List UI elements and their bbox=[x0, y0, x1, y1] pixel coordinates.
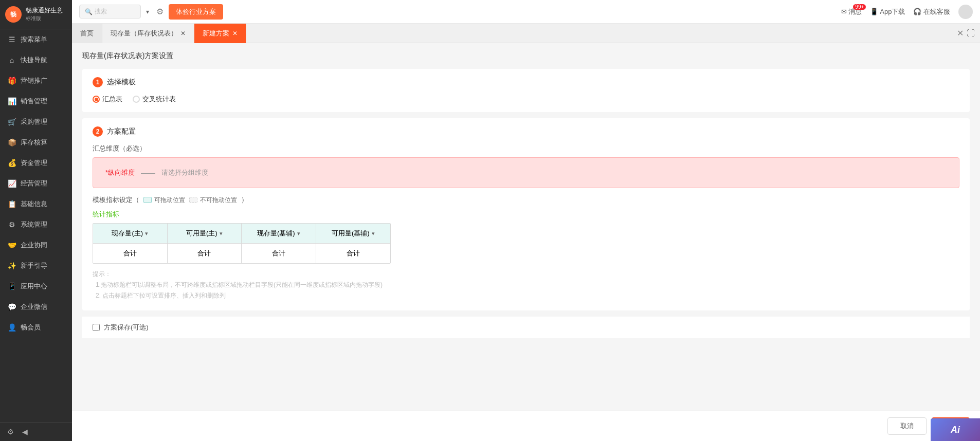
sidebar-item-marketing[interactable]: 🎁 营销推广 bbox=[0, 70, 72, 91]
sidebar-item-purchase[interactable]: 🛒 采购管理 bbox=[0, 112, 72, 132]
stats-header-col3[interactable]: 现存量(基辅) ▾ bbox=[242, 224, 316, 243]
dimension-placeholder[interactable]: 请选择分组维度 bbox=[161, 168, 208, 177]
settings-icon[interactable]: ⚙ bbox=[7, 428, 14, 436]
stats-body-col3: 合计 bbox=[242, 243, 316, 263]
tabbar-actions: ✕ ⛶ bbox=[957, 28, 980, 38]
tab-new-scheme[interactable]: 新建方案 ✕ bbox=[194, 24, 246, 43]
sidebar-nav: ☰ 搜索菜单 ⌂ 快捷导航 🎁 营销推广 📊 销售管理 🛒 采购管理 📦 库存核… bbox=[0, 29, 72, 422]
cooperation-icon: 🤝 bbox=[7, 241, 16, 250]
sidebar-item-member[interactable]: 👤 畅会员 bbox=[0, 317, 72, 338]
dimension-box: *纵向维度 —— 请选择分组维度 bbox=[93, 157, 959, 188]
sidebar-item-new-guide[interactable]: ✨ 新手引导 bbox=[0, 255, 72, 276]
hint1: 1.拖动标题栏可以调整布局，不可跨维度或指标区域拖动栏目字段(只能在同一维度或指… bbox=[93, 281, 959, 289]
col2-dropdown-icon[interactable]: ▾ bbox=[220, 230, 223, 237]
quick-nav-icon: ⌂ bbox=[7, 56, 16, 65]
wechat-icon: 💬 bbox=[7, 302, 16, 311]
topbar-right: ✉ 消息 99+ 📱 App下载 🎧 在线客服 bbox=[841, 5, 973, 19]
sidebar-item-inventory[interactable]: 📦 库存核算 bbox=[0, 132, 72, 153]
collapse-icon[interactable]: ◀ bbox=[22, 428, 28, 436]
tabbar: 首页 现存量（库存状况表） ✕ 新建方案 ✕ ✕ ⛶ bbox=[72, 24, 980, 43]
app-download-link[interactable]: 📱 App下载 bbox=[870, 7, 905, 16]
step1-badge: 1 bbox=[93, 77, 103, 87]
stats-label: 统计指标 bbox=[93, 210, 959, 219]
fixed-indicator-box bbox=[189, 197, 197, 203]
cancel-button[interactable]: 取消 bbox=[887, 417, 927, 435]
section2-title: 方案配置 bbox=[107, 127, 136, 136]
hint2: 2. 点击标题栏下拉可设置排序、插入列和删除列 bbox=[93, 291, 959, 300]
finance-icon: 💰 bbox=[7, 158, 16, 168]
user-avatar[interactable] bbox=[958, 5, 973, 19]
sidebar-item-sales[interactable]: 📊 销售管理 bbox=[0, 91, 72, 112]
dimension-required: *纵向维度 bbox=[105, 168, 135, 177]
stats-table-body: 合计 合计 合计 合计 bbox=[93, 243, 390, 263]
stats-table-header: 现存量(主) ▾ 可用量(主) ▾ 现存量(基辅) ▾ 可用量(基辅) bbox=[93, 224, 390, 243]
section-scheme-config: 2 方案配置 汇总维度（必选） *纵向维度 —— 请选择分组维度 模板指标设定（… bbox=[82, 118, 970, 310]
stats-header-col2[interactable]: 可用量(主) ▾ bbox=[168, 224, 242, 243]
headset-icon: 🎧 bbox=[913, 8, 921, 15]
expand-tab-icon[interactable]: ⛶ bbox=[967, 29, 975, 38]
sidebar: 畅 畅康通好生意 标准版 ☰ 搜索菜单 ⌂ 快捷导航 🎁 营销推广 📊 销售管理… bbox=[0, 0, 72, 441]
inventory-icon: 📦 bbox=[7, 138, 16, 147]
save-checkbox[interactable] bbox=[93, 324, 100, 331]
tab-close-inventory[interactable]: ✕ bbox=[180, 30, 186, 37]
sidebar-bottom: ⚙ ◀ bbox=[0, 422, 72, 441]
radio-circle-summary bbox=[93, 96, 100, 103]
col3-dropdown-icon[interactable]: ▾ bbox=[297, 230, 300, 237]
message-icon: ✉ bbox=[841, 8, 847, 15]
trial-button[interactable]: 体验行业方案 bbox=[169, 4, 223, 20]
section-choose-template: 1 选择模板 汇总表 交叉统计表 bbox=[82, 69, 970, 112]
sidebar-item-operations[interactable]: 📈 经营管理 bbox=[0, 173, 72, 194]
legend-draggable: 可拖动位置 bbox=[143, 196, 185, 205]
tab-home[interactable]: 首页 bbox=[72, 24, 102, 43]
col4-dropdown-icon[interactable]: ▾ bbox=[372, 230, 375, 237]
basic-info-icon: 📋 bbox=[7, 199, 16, 209]
step2-badge: 2 bbox=[93, 126, 103, 137]
avatar-image bbox=[958, 5, 973, 19]
stats-header-col1[interactable]: 现存量(主) ▾ bbox=[93, 224, 168, 243]
save-option: 方案保存(可选) bbox=[82, 317, 970, 338]
dimension-label: 汇总维度（必选） bbox=[93, 144, 959, 153]
radio-summary[interactable]: 汇总表 bbox=[93, 95, 122, 104]
mobile-icon: 📱 bbox=[870, 8, 878, 15]
dimension-arrow: —— bbox=[141, 169, 155, 177]
app-center-icon: 📱 bbox=[7, 282, 16, 291]
sidebar-item-system[interactable]: ⚙ 系统管理 bbox=[0, 214, 72, 235]
topbar-gear-icon[interactable]: ⚙ bbox=[156, 7, 164, 16]
sidebar-item-finance[interactable]: 💰 资金管理 bbox=[0, 153, 72, 173]
stats-body-col1: 合计 bbox=[93, 243, 168, 263]
section1-title: 选择模板 bbox=[107, 78, 136, 87]
member-icon: 👤 bbox=[7, 323, 16, 332]
sidebar-item-app-center[interactable]: 📱 应用中心 bbox=[0, 276, 72, 297]
topbar-dropdown[interactable]: ▾ bbox=[146, 8, 149, 15]
footer: 取消 查询 bbox=[72, 411, 980, 441]
legend-fixed: 不可拖动位置 bbox=[189, 196, 237, 205]
indicator-settings: 模板指标设定（ 可拖动位置 不可拖动位置 ） 统计指标 bbox=[93, 195, 959, 264]
brand-logo: 畅 bbox=[5, 6, 22, 23]
ai-badge[interactable]: Ai bbox=[931, 418, 980, 441]
stats-table: 现存量(主) ▾ 可用量(主) ▾ 现存量(基辅) ▾ 可用量(基辅) bbox=[93, 223, 391, 264]
topbar: 🔍 搜索 ▾ ⚙ 体验行业方案 ✉ 消息 99+ 📱 App下载 🎧 在线客服 bbox=[72, 0, 980, 24]
tab-close-new-scheme[interactable]: ✕ bbox=[232, 30, 238, 37]
stats-body-col2: 合计 bbox=[168, 243, 242, 263]
topbar-search[interactable]: 🔍 搜索 bbox=[79, 5, 141, 19]
brand-text: 畅康通好生意 标准版 bbox=[26, 7, 63, 22]
sidebar-item-cooperation[interactable]: 🤝 企业协同 bbox=[0, 235, 72, 255]
sidebar-item-basic-info[interactable]: 📋 基础信息 bbox=[0, 194, 72, 214]
section2-header: 2 方案配置 bbox=[93, 126, 959, 137]
col1-dropdown-icon[interactable]: ▾ bbox=[145, 230, 148, 237]
sidebar-item-quick-nav[interactable]: ⌂ 快捷导航 bbox=[0, 50, 72, 70]
close-tab-icon[interactable]: ✕ bbox=[957, 28, 964, 38]
sidebar-item-wechat[interactable]: 💬 企业微信 bbox=[0, 297, 72, 317]
hints-section: 提示： 1.拖动标题栏可以调整布局，不可跨维度或指标区域拖动栏目字段(只能在同一… bbox=[93, 270, 959, 300]
stats-body-col4: 合计 bbox=[316, 243, 391, 263]
radio-cross[interactable]: 交叉统计表 bbox=[133, 95, 176, 104]
tab-inventory-status[interactable]: 现存量（库存状况表） ✕ bbox=[102, 24, 194, 43]
search-menu-icon: ☰ bbox=[7, 35, 16, 44]
chevron-down-icon: ▾ bbox=[146, 8, 149, 15]
stats-header-col4[interactable]: 可用量(基辅) ▾ bbox=[316, 224, 391, 243]
sales-icon: 📊 bbox=[7, 97, 16, 106]
search-icon: 🔍 bbox=[85, 8, 93, 15]
online-service-link[interactable]: 🎧 在线客服 bbox=[913, 7, 950, 16]
message-badge[interactable]: ✉ 消息 99+ bbox=[841, 7, 862, 16]
sidebar-item-search-menu[interactable]: ☰ 搜索菜单 bbox=[0, 29, 72, 50]
